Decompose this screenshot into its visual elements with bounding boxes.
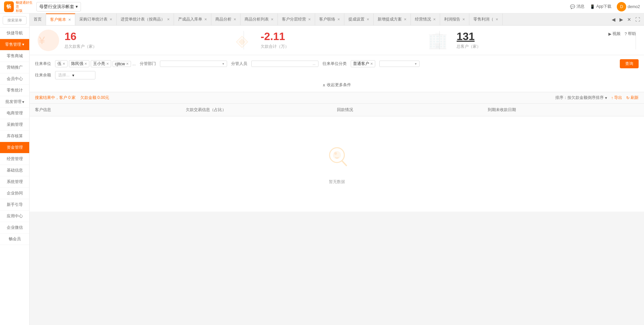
tab-ops-situation[interactable]: 经营情况 ✕ bbox=[411, 13, 440, 25]
sidebar-item-quick-nav[interactable]: 快捷导航 bbox=[0, 28, 29, 39]
sidebar-item-app-center[interactable]: 应用中心 bbox=[0, 211, 29, 222]
tab-zero-retail-profit[interactable]: 零售利润（ ✕ bbox=[469, 13, 503, 25]
main-wrapper: 搜索菜单 快捷导航 零售管理 ▾ 零售商城 营销推广 会员中心 零售统计 批发管… bbox=[0, 13, 644, 325]
remaining-filter-input[interactable]: 选择... ▾ bbox=[55, 71, 95, 79]
tab-purchase-order-stats[interactable]: 采购订单统计表 ✕ bbox=[75, 13, 117, 25]
tab-close-icon[interactable]: ✕ bbox=[433, 17, 436, 21]
sidebar-item-zero-retail-mall[interactable]: 零售商城 bbox=[0, 50, 29, 62]
dept-filter-select[interactable]: ▾ bbox=[160, 61, 227, 67]
stat-label-owing-customers: 总欠款客户（家） bbox=[65, 44, 97, 49]
sidebar-item-marketing-promo[interactable]: 营销推广 bbox=[0, 62, 29, 73]
tab-close-icon[interactable]: ✕ bbox=[308, 17, 311, 21]
tab-close-icon[interactable]: ✕ bbox=[204, 17, 207, 21]
tab-close-icon[interactable]: ✕ bbox=[404, 17, 406, 21]
tab-controls: ◀ ▶ ✕ ⛶ bbox=[608, 16, 644, 23]
filter-row-1: 往来单位 伍 ✕ 陈民强 ✕ 王小亮 ✕ bbox=[35, 59, 639, 68]
empty-icon bbox=[324, 143, 350, 175]
chevron-down-icon: ▾ bbox=[415, 62, 417, 66]
unit-tag-chenminqiang[interactable]: 陈民强 ✕ bbox=[69, 60, 89, 67]
remove-tag-wu[interactable]: ✕ bbox=[62, 62, 65, 66]
tab-product-analysis[interactable]: 商品分析 ✕ bbox=[211, 13, 241, 25]
sidebar-item-vip-member[interactable]: 畅会员 bbox=[0, 233, 29, 245]
tab-customer-capital[interactable]: 客户账本 ✕ bbox=[46, 13, 75, 25]
person-filter-select[interactable]: ... bbox=[251, 61, 318, 67]
top-bar-left: 畅 畅捷通好生意 标版 母婴行业演示帐套 ▾ bbox=[4, 1, 81, 13]
tab-close-all-button[interactable]: ✕ bbox=[626, 16, 633, 23]
app-subtitle: 畅捷通好生意 标版 bbox=[16, 1, 34, 13]
tab-close-icon[interactable]: ✕ bbox=[233, 17, 236, 21]
sidebar-item-zero-retail-mgmt[interactable]: 零售管理 ▾ bbox=[0, 39, 29, 50]
sort-selector[interactable]: 排序：按欠款金额倒序排序 ▾ bbox=[555, 95, 607, 101]
user-profile[interactable]: D demo2 bbox=[617, 2, 640, 11]
sidebar-item-ecommerce-mgmt[interactable]: 电商管理 bbox=[0, 108, 29, 119]
video-link[interactable]: ▶ 视频 bbox=[608, 31, 620, 37]
sidebar-item-basic-info[interactable]: 基础信息 bbox=[0, 165, 29, 176]
tab-home[interactable]: 首页 bbox=[30, 13, 46, 25]
sidebar-item-enterprise-coop[interactable]: 企业协同 bbox=[0, 188, 29, 199]
stat-label-owing-amount: 欠款合计（万） bbox=[261, 44, 289, 49]
sidebar-item-capital-mgmt[interactable]: 资金管理 bbox=[0, 142, 29, 153]
remove-tag-wangxiaoliang[interactable]: ✕ bbox=[106, 62, 109, 66]
stats-bar: ¥ 16 总欠款客户（家） ◈ -2.11 欠款合计（万） 🏢 131 总客户（… bbox=[30, 26, 644, 55]
unit-tag-wangxiaoliang[interactable]: 王小亮 ✕ bbox=[91, 60, 111, 67]
tab-maximize-button[interactable]: ⛶ bbox=[634, 16, 641, 23]
message-action[interactable]: 💬 消息 bbox=[570, 4, 585, 9]
sidebar-item-zero-retail-stats[interactable]: 零售统计 bbox=[0, 85, 29, 96]
tab-prompt-settings[interactable]: 提成设置 ✕ bbox=[344, 13, 374, 25]
tab-product-analysis-list[interactable]: 商品分析列表 ✕ bbox=[241, 13, 278, 25]
tab-close-icon[interactable]: ✕ bbox=[167, 17, 170, 21]
unit-category-tag-normal[interactable]: 普通客户 ✕ bbox=[351, 60, 375, 67]
sidebar-item-purchase-mgmt[interactable]: 采购管理 bbox=[0, 119, 29, 131]
unit-category-label: 往来单位分类 bbox=[323, 61, 347, 67]
chevron-down-icon: ▾ bbox=[222, 62, 224, 66]
sidebar-item-enterprise-wx[interactable]: 企业微信 bbox=[0, 222, 29, 233]
tab-close-icon[interactable]: ✕ bbox=[462, 17, 465, 21]
remove-tag-cjttcw[interactable]: ✕ bbox=[126, 62, 129, 66]
more-tags-button[interactable]: ... bbox=[132, 62, 136, 66]
collapse-button[interactable]: ∧ 收起更多条件 bbox=[323, 82, 351, 88]
tab-prev-button[interactable]: ◀ bbox=[610, 16, 617, 23]
remove-category-tag[interactable]: ✕ bbox=[370, 62, 373, 66]
export-button[interactable]: ↑ 导出 bbox=[611, 95, 622, 101]
help-link[interactable]: ? 帮助 bbox=[625, 31, 636, 37]
diamond-icon: ◈ bbox=[236, 31, 248, 50]
unit-category-select[interactable]: ▾ bbox=[379, 61, 420, 67]
tab-production-stock[interactable]: 产成品入库单 ✕ bbox=[174, 13, 211, 25]
refresh-button[interactable]: ↻ 刷新 bbox=[626, 95, 639, 101]
sidebar-item-member-center[interactable]: 会员中心 bbox=[0, 73, 29, 85]
sidebar-item-inventory-check[interactable]: 库存核算 bbox=[0, 131, 29, 142]
tab-next-button[interactable]: ▶ bbox=[618, 16, 625, 23]
unit-tag-wu[interactable]: 伍 ✕ bbox=[55, 60, 68, 67]
app-download-action[interactable]: 📱 App下载 bbox=[590, 4, 611, 9]
sidebar-item-wholesale-mgmt[interactable]: 批发管理 ▾ bbox=[0, 96, 29, 108]
tab-close-icon[interactable]: ✕ bbox=[271, 17, 273, 21]
stat-owing-amount: -2.11 欠款合计（万） bbox=[244, 31, 440, 49]
query-button[interactable]: 查询 bbox=[620, 59, 639, 68]
company-selector[interactable]: 母婴行业演示帐套 ▾ bbox=[36, 2, 81, 11]
tab-customer-contact[interactable]: 客户联络 ✕ bbox=[315, 13, 344, 25]
tab-close-icon[interactable]: ✕ bbox=[496, 17, 498, 21]
remaining-filter-label: 往来余额 bbox=[35, 72, 51, 78]
logo-area: 畅 畅捷通好生意 标版 bbox=[4, 1, 34, 13]
remove-tag-chenminqiang[interactable]: ✕ bbox=[84, 62, 87, 66]
tab-customer-tier-ops[interactable]: 客户分层经营 ✕ bbox=[278, 13, 315, 25]
col-repayment-status: 回款情况 bbox=[337, 107, 488, 113]
top-bar: 畅 畅捷通好生意 标版 母婴行业演示帐套 ▾ 💬 消息 📱 App下载 D de… bbox=[0, 0, 644, 13]
tab-close-icon[interactable]: ✕ bbox=[337, 17, 340, 21]
chevron-down-icon: ▾ bbox=[76, 4, 78, 9]
search-menu-button[interactable]: 搜索菜单 bbox=[3, 16, 27, 25]
tab-close-icon[interactable]: ✕ bbox=[110, 17, 112, 21]
tab-add-prompt-plan[interactable]: 新增提成方案 ✕ bbox=[374, 13, 411, 25]
tab-close-icon[interactable]: ✕ bbox=[68, 18, 71, 22]
stat-value-owing-amount: -2.11 bbox=[261, 31, 285, 42]
unit-tag-cjttcw[interactable]: cjttcw ✕ bbox=[113, 61, 131, 67]
tab-close-icon[interactable]: ✕ bbox=[367, 17, 369, 21]
sidebar-item-system-mgmt[interactable]: 系统管理 bbox=[0, 176, 29, 188]
tab-profit-report[interactable]: 利润报告 ✕ bbox=[440, 13, 469, 25]
tab-stock-stats[interactable]: 进货单统计表（按商品） ✕ bbox=[117, 13, 174, 25]
sidebar-item-ops-mgmt[interactable]: 经营管理 bbox=[0, 153, 29, 165]
collapse-area: ∧ 收起更多条件 bbox=[35, 82, 639, 88]
top-bar-right: 💬 消息 📱 App下载 D demo2 bbox=[570, 2, 640, 11]
sidebar-item-new-guide[interactable]: 新手引导 bbox=[0, 199, 29, 211]
stat-owing-customers: 16 总欠款客户（家） bbox=[38, 31, 244, 49]
